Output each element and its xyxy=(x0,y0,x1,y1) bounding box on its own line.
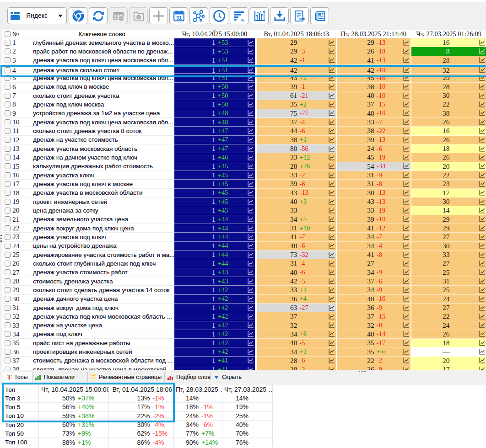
svg-text:%: % xyxy=(240,18,244,22)
svg-text:31: 31 xyxy=(176,15,182,20)
